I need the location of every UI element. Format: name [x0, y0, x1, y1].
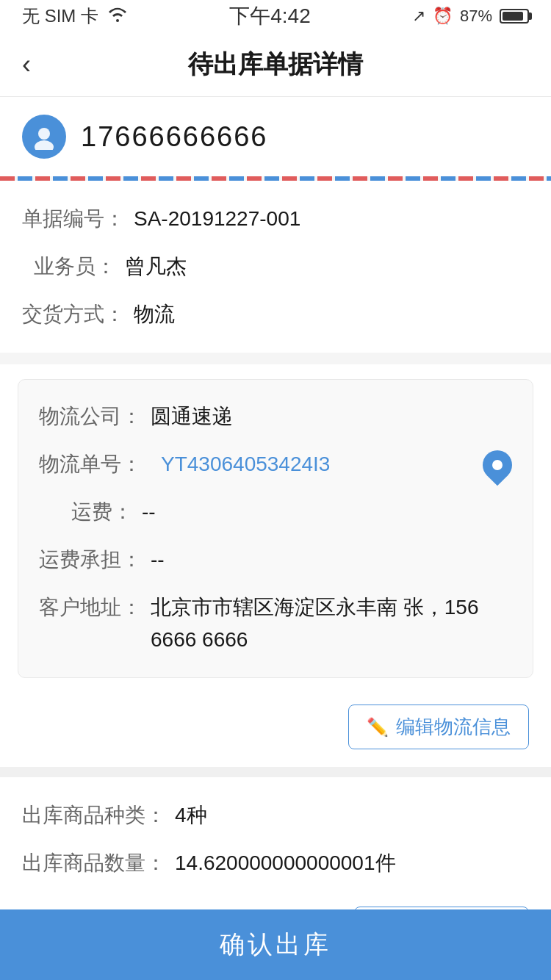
carrier-label: 无 SIM 卡	[22, 4, 98, 28]
logistics-card: 物流公司： 圆通速递 物流单号： YT43064053424I3 运费： -- …	[18, 379, 533, 678]
tracking-value: YT43064053424I3	[161, 448, 465, 481]
svg-point-0	[38, 128, 50, 140]
product-quantity-label: 出库商品数量：	[22, 847, 175, 880]
confirm-out-label: 确认出库	[220, 928, 331, 962]
product-types-row: 出库商品种类： 4种	[22, 799, 529, 832]
product-stats-section: 出库商品种类： 4种 出库商品数量： 14.620000000000001件	[0, 777, 551, 895]
map-pin-icon[interactable]	[477, 444, 519, 486]
salesperson-value: 曾凡杰	[125, 251, 529, 284]
customer-phone: 17666666666	[81, 121, 267, 153]
battery-icon	[500, 9, 529, 24]
edit-logistics-action-row: ✏️ 编辑物流信息	[0, 693, 551, 767]
alarm-icon: ⏰	[433, 7, 453, 26]
location-icon: ↗	[412, 7, 425, 26]
freight-bearer-label: 运费承担：	[39, 544, 151, 577]
salesperson-row: 业务员： 曾凡杰	[22, 251, 529, 284]
freight-label: 运费：	[39, 496, 142, 529]
wifi-icon	[107, 6, 128, 26]
doc-number-row: 单据编号： SA-20191227-001	[22, 203, 529, 236]
freight-bearer-row: 运费承担： --	[39, 544, 512, 577]
tracking-label: 物流单号：	[39, 448, 151, 481]
address-label: 客户地址：	[39, 591, 151, 624]
logistics-company-label: 物流公司：	[39, 400, 151, 433]
back-button[interactable]: ‹	[22, 42, 46, 87]
edit-logistics-label: 编辑物流信息	[396, 714, 511, 740]
freight-row: 运费： --	[39, 496, 512, 529]
product-quantity-value: 14.620000000000001件	[175, 847, 529, 880]
delivery-label: 交货方式：	[22, 298, 134, 331]
freight-bearer-value: --	[151, 544, 512, 577]
product-types-label: 出库商品种类：	[22, 799, 175, 832]
battery-percent: 87%	[460, 7, 492, 26]
doc-number-value: SA-20191227-001	[134, 203, 529, 236]
doc-number-label: 单据编号：	[22, 203, 134, 236]
time-label: 下午4:42	[229, 2, 311, 30]
address-row: 客户地址： 北京市市辖区海淀区永丰南 张，156 6666 6666	[39, 591, 512, 657]
tracking-number-row: 物流单号： YT43064053424I3	[39, 448, 512, 481]
product-types-value: 4种	[175, 799, 529, 832]
confirm-out-button[interactable]: 确认出库	[0, 909, 551, 980]
nav-bar: ‹ 待出库单据详情	[0, 32, 551, 97]
edit-logistics-button[interactable]: ✏️ 编辑物流信息	[348, 705, 529, 749]
customer-row: 17666666666	[0, 97, 551, 176]
logistics-company-value: 圆通速递	[151, 400, 512, 433]
product-quantity-row: 出库商品数量： 14.620000000000001件	[22, 847, 529, 880]
logistics-company-row: 物流公司： 圆通速递	[39, 400, 512, 433]
section-divider-1	[0, 767, 551, 777]
delivery-row: 交货方式： 物流	[22, 298, 529, 331]
avatar	[22, 115, 66, 159]
salesperson-label: 业务员：	[22, 251, 125, 284]
page-title: 待出库单据详情	[188, 48, 363, 82]
status-bar: 无 SIM 卡 下午4:42 ↗ ⏰ 87%	[0, 0, 551, 32]
edit-icon: ✏️	[367, 717, 389, 738]
order-info-section: 单据编号： SA-20191227-001 业务员： 曾凡杰 交货方式： 物流	[0, 181, 551, 353]
freight-value: --	[142, 496, 512, 529]
svg-point-1	[35, 140, 54, 150]
delivery-value: 物流	[134, 298, 529, 331]
address-value: 北京市市辖区海淀区永丰南 张，156 6666 6666	[151, 591, 512, 657]
